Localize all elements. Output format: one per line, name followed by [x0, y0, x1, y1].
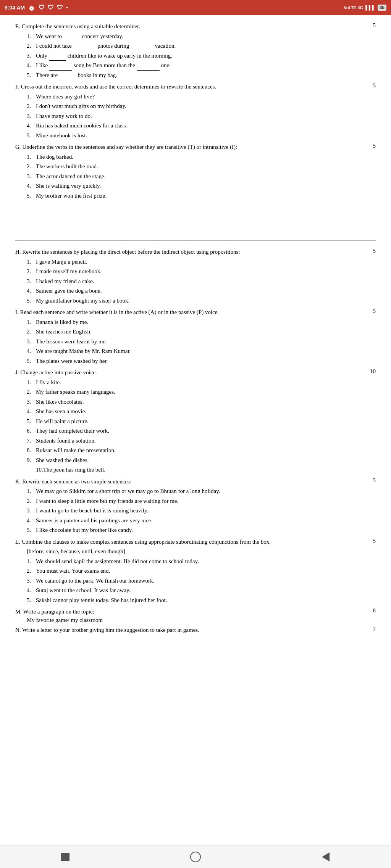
list-item: 4.We are taught Maths by Mr. Ram Kumar.	[27, 346, 376, 356]
section-i-header: I. Read each sentence and write whether …	[15, 308, 376, 317]
section-m-subtopic: My favorite game/ my classroom	[27, 617, 376, 623]
section-n-marks: 7	[373, 626, 376, 632]
list-item: 4. I like song by Ben more than the one.	[27, 61, 376, 71]
section-h-marks: 5	[373, 248, 376, 254]
list-item: 2.She teaches me English.	[27, 327, 376, 337]
list-item: 2.I don't want much gifts on my birthday…	[27, 101, 376, 111]
list-item: 3.I baked my friend a cake.	[27, 277, 376, 287]
content-area: E. Complete the sentences using a suitab…	[0, 15, 391, 686]
section-i-items: 1.Banana is liked by me. 2.She teaches m…	[27, 317, 376, 366]
section-g-header: G. Underline the verbs in the sentences …	[15, 143, 376, 151]
section-i: I. Read each sentence and write whether …	[15, 308, 376, 366]
section-l-marks: 5	[373, 538, 376, 544]
section-h-header: H. Rewrite the sentences by placing the …	[15, 248, 376, 256]
list-item: 7.Students found a solution.	[27, 436, 376, 446]
battery-level: 35	[378, 5, 386, 11]
section-h-items: 1.I gave Manju a pencil. 2.I made myself…	[27, 257, 376, 306]
list-item: 1.I fly a kite.	[27, 378, 376, 388]
section-e-label: E. Complete the sentences using a suitab…	[15, 22, 369, 31]
section-g: G. Underline the verbs in the sentences …	[15, 143, 376, 201]
time-display: 9:04 AM	[5, 5, 25, 11]
list-item: 2.My father speaks many languages.	[27, 387, 376, 397]
page-spacer	[15, 203, 376, 234]
alarm-icon: ⏰	[28, 4, 36, 11]
list-item: 5.My grandfather bought my sister a book…	[27, 296, 376, 306]
section-m-label: M. Write a paragraph on the topic:	[15, 607, 369, 616]
list-item: 1.The dog barked.	[27, 152, 376, 162]
list-item: 2.I want to sleep a little more but my f…	[27, 496, 376, 506]
list-item: 2.The workers built the road.	[27, 162, 376, 172]
nav-square-button[interactable]	[58, 850, 72, 864]
section-k-marks: 5	[373, 477, 376, 484]
list-item: 1.We should send kapil the assignment. H…	[27, 557, 376, 567]
section-m-sublabel: My favorite game/ my classroom	[27, 617, 103, 623]
list-item: 5.My brother won the first prize.	[27, 191, 376, 201]
section-g-label: G. Underline the verbs in the sentences …	[15, 143, 369, 151]
list-item: 2. I could not take photos during vacati…	[27, 41, 376, 51]
back-icon	[322, 852, 330, 862]
nav-back-button[interactable]	[319, 850, 333, 864]
section-l-header: L. Combine the clauses to make complex s…	[15, 538, 376, 546]
section-m-header: M. Write a paragraph on the topic: 8	[15, 607, 376, 616]
nav-home-button[interactable]	[189, 850, 202, 864]
list-item: 4.She is walking very quickly.	[27, 181, 376, 191]
section-j-label: J. Change active into passive voice.	[15, 368, 366, 377]
list-item: 3.The lessons were learnt by me.	[27, 337, 376, 347]
square-icon	[61, 853, 69, 861]
status-left: 9:04 AM ⏰ 🛡 🛡 🛡 •	[5, 4, 68, 11]
page-divider	[15, 240, 376, 241]
list-item: 10.The peon has rung the bell.	[27, 465, 376, 475]
list-item: 3. Only children like to wake up early i…	[27, 51, 376, 61]
signal-icon: ▌▌▌	[365, 5, 375, 10]
section-n-header: N. Write a letter to your brother giving…	[15, 626, 376, 634]
section-e-marks: 5	[373, 22, 376, 29]
status-right: VoLTE 4G ▌▌▌ 35	[344, 5, 386, 11]
section-l: L. Combine the clauses to make complex s…	[15, 538, 376, 606]
section-j: J. Change active into passive voice. 10 …	[15, 368, 376, 475]
section-n: N. Write a letter to your brother giving…	[15, 626, 376, 634]
section-j-items: 1.I fly a kite. 2.My father speaks many …	[27, 378, 376, 475]
list-item: 3.She likes chocolates.	[27, 397, 376, 407]
section-i-label: I. Read each sentence and write whether …	[15, 308, 369, 317]
section-m: M. Write a paragraph on the topic: 8 My …	[15, 607, 376, 623]
list-item: 4.Ria has baked much cookies for a class…	[27, 121, 376, 131]
list-item: 5.I like chocolate but my brother like c…	[27, 525, 376, 535]
app-icon-1: 🛡	[39, 4, 45, 11]
section-e-items: 1. We went to concert yesterday. 2. I co…	[27, 32, 376, 81]
section-i-marks: 5	[373, 308, 376, 314]
list-item: 1.Banana is liked by me.	[27, 317, 376, 327]
list-item: 4.Sameer gave the dog a bone.	[27, 286, 376, 296]
list-item: 4.Sameer is a painter and his paintings …	[27, 516, 376, 526]
section-h-label: H. Rewrite the sentences by placing the …	[15, 248, 369, 256]
section-f-items: 1.Where does any girl live? 2.I don't wa…	[27, 92, 376, 141]
section-e: E. Complete the sentences using a suitab…	[15, 22, 376, 80]
section-j-marks: 10	[370, 368, 376, 375]
section-g-items: 1.The dog barked. 2.The workers built th…	[27, 152, 376, 201]
list-item: 8.Ruksar will make the presentation.	[27, 446, 376, 456]
list-item: 1. We went to concert yesterday.	[27, 32, 376, 42]
list-item: 5.He will paint a picture.	[27, 417, 376, 427]
section-e-header: E. Complete the sentences using a suitab…	[15, 22, 376, 31]
circle-icon	[190, 852, 201, 862]
section-h: H. Rewrite the sentences by placing the …	[15, 248, 376, 306]
list-item: 1.We may go to Sikkim for a short trip o…	[27, 486, 376, 496]
section-k-header: K. Rewrite each sentence as two simple s…	[15, 477, 376, 486]
section-k-items: 1.We may go to Sikkim for a short trip o…	[27, 486, 376, 535]
app-icon-3: 🛡	[57, 4, 63, 11]
section-f-label: F. Cross out the incorrect words and use…	[15, 82, 369, 91]
section-g-marks: 5	[373, 143, 376, 149]
list-item: 6.They had completed their work.	[27, 426, 376, 436]
list-item: 5.Mine notebook is lost.	[27, 131, 376, 141]
list-item: 5. There are books in my bag.	[27, 71, 376, 81]
status-bar: 9:04 AM ⏰ 🛡 🛡 🛡 • VoLTE 4G ▌▌▌ 35	[0, 0, 391, 15]
section-l-label: L. Combine the clauses to make complex s…	[15, 538, 369, 546]
section-f-header: F. Cross out the incorrect words and use…	[15, 82, 376, 91]
section-n-label: N. Write a letter to your brother giving…	[15, 626, 369, 634]
section-f-marks: 5	[373, 82, 376, 89]
dot-indicator: •	[66, 5, 68, 11]
list-item: 5.The plates were washed by her.	[27, 356, 376, 366]
list-item: 3.The actor danced on the stage.	[27, 172, 376, 182]
list-item: 2.You must wait. Your exams end.	[27, 566, 376, 576]
list-item: 4.She has seen a movie.	[27, 407, 376, 417]
network-icon: VoLTE 4G	[344, 5, 363, 10]
